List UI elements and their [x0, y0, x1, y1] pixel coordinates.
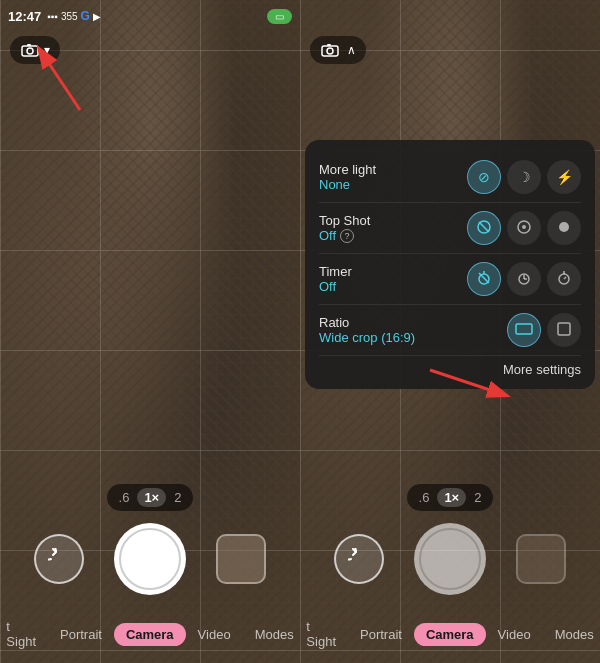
settings-label-ratio: Ratio Wide crop (16:9)	[319, 315, 507, 345]
ratio-opt-square[interactable]	[547, 313, 581, 347]
extra-icon: ▶	[93, 11, 101, 22]
settings-row-top-shot: Top Shot Off ?	[319, 203, 581, 254]
svg-point-11	[522, 225, 526, 229]
top-shot-auto-icon	[556, 219, 572, 238]
mode-item-sight-right[interactable]: t Sight	[300, 615, 348, 653]
top-shot-opt-auto[interactable]	[547, 211, 581, 245]
left-panel: 12:47 ▪▪▪ 355 G ▶ ▭ ▾	[0, 0, 300, 663]
setting-value-more-light: None	[319, 177, 467, 192]
mode-item-portrait-left[interactable]: Portrait	[48, 623, 114, 646]
svg-point-1	[27, 48, 33, 54]
settings-options-top-shot	[467, 211, 581, 245]
signal-strength: 355	[61, 11, 78, 22]
camera-small-icon-right	[320, 40, 340, 60]
mode-bar-left: t Sight Portrait Camera Video Modes	[0, 609, 300, 663]
svg-rect-2	[27, 44, 31, 46]
mode-item-modes-left[interactable]: Modes	[243, 623, 300, 646]
setting-name-top-shot: Top Shot	[319, 213, 467, 228]
svg-line-21	[564, 277, 566, 279]
svg-rect-22	[516, 324, 532, 334]
mode-item-camera-right[interactable]: Camera	[414, 623, 486, 646]
shutter-row-left	[0, 523, 300, 595]
gallery-thumbnail-right[interactable]	[516, 534, 566, 584]
mode-item-sight-left[interactable]: t Sight	[0, 615, 48, 653]
settings-row-ratio: Ratio Wide crop (16:9)	[319, 305, 581, 356]
bottom-controls-right: .6 1× 2 t Sight Portrait	[300, 484, 600, 663]
more-light-opt-night[interactable]: ☽	[507, 160, 541, 194]
status-time: 12:47	[8, 9, 41, 24]
setting-name-ratio: Ratio	[319, 315, 507, 330]
camera-small-icon-left	[20, 40, 40, 60]
settings-options-timer	[467, 262, 581, 296]
timer-3s-icon	[516, 270, 532, 289]
camera-top-right: ∧	[300, 36, 600, 64]
settings-label-more-light: More light None	[319, 162, 467, 192]
status-bar: 12:47 ▪▪▪ 355 G ▶ ▭	[0, 0, 300, 32]
right-panel: ∧ More light None ⊘ ☽ ⚡	[300, 0, 600, 663]
night-mode-icon: ☽	[518, 169, 531, 185]
timer-off-icon	[476, 270, 492, 289]
zoom-row-right: .6 1× 2	[300, 484, 600, 511]
timer-opt-off[interactable]	[467, 262, 501, 296]
svg-point-12	[559, 222, 569, 232]
mode-item-camera-left[interactable]: Camera	[114, 623, 186, 646]
flash-icon: ⚡	[556, 169, 573, 185]
setting-value-top-shot: Off ?	[319, 228, 467, 243]
no-flash-icon: ⊘	[478, 169, 490, 185]
zoom-row-left: .6 1× 2	[0, 484, 300, 511]
mode-item-video-right[interactable]: Video	[486, 623, 543, 646]
rotate-btn-left[interactable]	[34, 534, 84, 584]
more-settings-row: More settings	[319, 356, 581, 377]
setting-name-more-light: More light	[319, 162, 467, 177]
rotate-btn-right[interactable]	[334, 534, 384, 584]
zoom-pill-left[interactable]: .6 1× 2	[107, 484, 194, 511]
camera-mode-selector-right[interactable]: ∧	[310, 36, 366, 64]
zoom-active-left[interactable]: 1×	[137, 488, 166, 507]
battery-icon: ▭	[275, 11, 284, 22]
mode-item-video-left[interactable]: Video	[186, 623, 243, 646]
camera-top-left: ▾	[0, 36, 300, 64]
svg-point-6	[327, 48, 333, 54]
shutter-button-right[interactable]	[414, 523, 486, 595]
battery-indicator: ▭	[267, 9, 292, 24]
gallery-thumbnail-left[interactable]	[216, 534, 266, 584]
bottom-controls-left: .6 1× 2 t Sight Portrait	[0, 484, 300, 663]
mode-bar-right: t Sight Portrait Camera Video Modes	[300, 609, 600, 663]
top-shot-help-icon[interactable]: ?	[340, 229, 354, 243]
mode-item-portrait-right[interactable]: Portrait	[348, 623, 414, 646]
shutter-button-left[interactable]	[114, 523, 186, 595]
ratio-wide-icon	[515, 322, 533, 339]
shutter-inner-right	[419, 528, 481, 590]
google-icon: G	[81, 9, 90, 23]
settings-label-timer: Timer Off	[319, 264, 467, 294]
dropdown-arrow-right: ∧	[347, 43, 356, 57]
settings-label-top-shot: Top Shot Off ?	[319, 213, 467, 243]
settings-row-more-light: More light None ⊘ ☽ ⚡	[319, 152, 581, 203]
camera-mode-selector-left[interactable]: ▾	[10, 36, 60, 64]
more-settings-label[interactable]: More settings	[503, 362, 581, 377]
signal-icon: ▪▪▪	[47, 11, 58, 22]
shutter-row-right	[300, 523, 600, 595]
top-shot-opt-on[interactable]	[507, 211, 541, 245]
top-shot-off-icon	[476, 219, 492, 238]
more-light-opt-none[interactable]: ⊘	[467, 160, 501, 194]
top-shot-opt-off[interactable]	[467, 211, 501, 245]
svg-rect-7	[327, 44, 331, 46]
zoom-pill-right[interactable]: .6 1× 2	[407, 484, 494, 511]
timer-opt-3s[interactable]	[507, 262, 541, 296]
zoom-high-right: 2	[474, 490, 481, 505]
ratio-opt-wide[interactable]	[507, 313, 541, 347]
timer-opt-10s[interactable]	[547, 262, 581, 296]
settings-options-more-light: ⊘ ☽ ⚡	[467, 160, 581, 194]
timer-10s-icon	[556, 270, 572, 289]
zoom-low-left: .6	[119, 490, 130, 505]
setting-value-ratio: Wide crop (16:9)	[319, 330, 507, 345]
dropdown-arrow-left: ▾	[44, 43, 50, 57]
status-icons: ▪▪▪ 355 G ▶	[47, 9, 101, 23]
more-light-opt-flash[interactable]: ⚡	[547, 160, 581, 194]
mode-item-modes-right[interactable]: Modes	[543, 623, 600, 646]
settings-row-timer: Timer Off	[319, 254, 581, 305]
settings-options-ratio	[507, 313, 581, 347]
zoom-active-right[interactable]: 1×	[437, 488, 466, 507]
setting-name-timer: Timer	[319, 264, 467, 279]
